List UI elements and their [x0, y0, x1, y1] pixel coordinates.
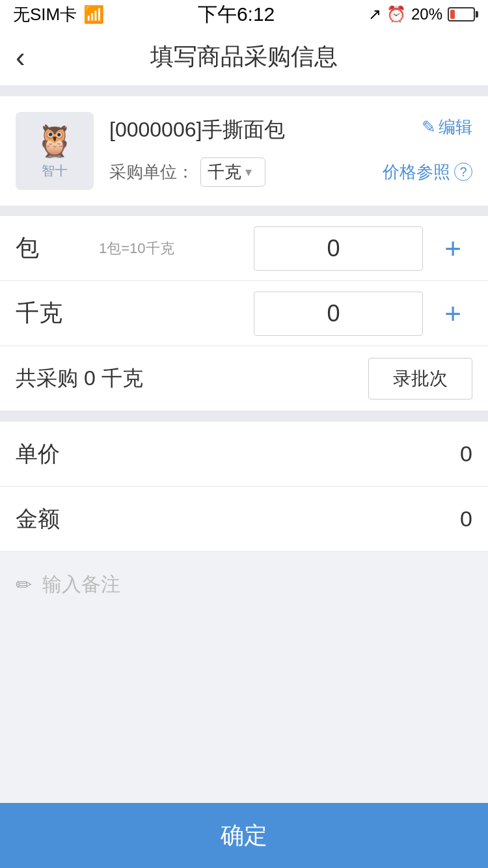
product-meta: 采购单位： 千克 ▾ 价格参照 ? [109, 157, 472, 187]
kg-label: 千克 [16, 297, 94, 329]
pencil-icon: ✏ [16, 573, 32, 596]
unit-price-label: 单价 [16, 439, 60, 469]
edit-icon: ✎ [422, 117, 436, 137]
bag-plus-icon: + [444, 234, 461, 263]
product-brand-text: 智十 [42, 162, 68, 180]
kg-input-row: 千克 + [0, 281, 488, 346]
product-header: [0000006]手撕面包 ✎ 编辑 [109, 116, 472, 144]
summary-amount: 0 [84, 366, 96, 390]
location-icon: ↗ [368, 5, 381, 23]
unit-price-value: 0 [460, 441, 472, 467]
bag-sub-label: 1包=10千克 [99, 239, 174, 258]
carrier-text: 无SIM卡 [13, 3, 77, 26]
bag-field-wrap: + [174, 226, 472, 271]
price-ref-button[interactable]: 价格参照 ? [383, 161, 472, 183]
amount-value: 0 [460, 506, 472, 532]
notes-section[interactable]: ✏ 输入备注 [0, 552, 488, 617]
content-area [0, 617, 488, 812]
product-info: [0000006]手撕面包 ✎ 编辑 采购单位： 千克 ▾ 价格参照 ? [109, 116, 472, 187]
unit-price-row: 单价 0 [0, 422, 488, 487]
product-owl-icon: 🦉 [35, 123, 74, 159]
chevron-down-icon: ▾ [245, 164, 252, 180]
status-bar: 无SIM卡 📶 下午6:12 ↗ ⏰ 20% [0, 0, 488, 29]
back-button[interactable]: ‹ [16, 43, 25, 72]
price-ref-question-icon: ? [454, 163, 472, 181]
status-time: 下午6:12 [198, 1, 275, 28]
bag-input-row: 包 1包=10千克 + [0, 216, 488, 281]
product-edit-button[interactable]: ✎ 编辑 [422, 116, 472, 139]
kg-input[interactable] [254, 292, 423, 336]
battery-icon [448, 7, 475, 21]
battery-percent: 20% [411, 5, 442, 23]
wifi-icon: 📶 [83, 5, 104, 25]
kg-plus-button[interactable]: + [433, 294, 472, 333]
kg-field-wrap: + [94, 292, 472, 336]
summary-text: 共采购 0 千克 [16, 364, 143, 393]
price-section: 单价 0 金额 0 [0, 422, 488, 552]
nav-bar: ‹ 填写商品采购信息 [0, 29, 488, 86]
amount-label: 金额 [16, 504, 60, 534]
amount-row: 金额 0 [0, 487, 488, 552]
top-divider [0, 86, 488, 96]
notes-placeholder-text: 输入备注 [42, 571, 120, 598]
status-left: 无SIM卡 📶 [13, 3, 104, 26]
alarm-icon: ⏰ [386, 5, 406, 23]
input-section: 包 1包=10千克 + 千克 + 共采购 0 千克 录批次 [0, 216, 488, 411]
bag-label: 包 [16, 232, 94, 264]
product-name: [0000006]手撕面包 [109, 116, 285, 144]
bag-plus-button[interactable]: + [433, 229, 472, 268]
summary-row: 共采购 0 千克 录批次 [0, 346, 488, 411]
purchase-unit: 采购单位： 千克 ▾ [109, 157, 265, 187]
product-image: 🦉 智十 [16, 112, 94, 190]
mid-divider-1 [0, 206, 488, 216]
page-title: 填写商品采购信息 [150, 41, 338, 73]
bag-input[interactable] [254, 226, 423, 271]
kg-plus-icon: + [444, 299, 461, 328]
status-right: ↗ ⏰ 20% [368, 5, 475, 23]
confirm-button[interactable]: 确定 [0, 803, 488, 868]
product-card: 🦉 智十 [0000006]手撕面包 ✎ 编辑 采购单位： 千克 ▾ 价格参照 [0, 96, 488, 206]
batch-button[interactable]: 录批次 [368, 358, 472, 400]
mid-divider-2 [0, 411, 488, 422]
battery-fill [450, 10, 455, 19]
unit-select-dropdown[interactable]: 千克 ▾ [200, 157, 265, 187]
